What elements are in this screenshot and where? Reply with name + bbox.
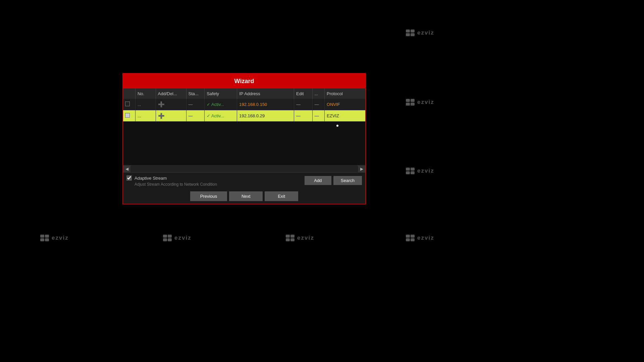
svg-rect-21 — [290, 235, 294, 238]
svg-rect-15 — [45, 238, 49, 241]
row1-no: ... — [135, 99, 156, 110]
col-header-adddel: Add/Del... — [156, 88, 186, 99]
next-button[interactable]: Next — [229, 191, 263, 201]
svg-rect-6 — [406, 103, 410, 106]
table-row[interactable]: ... ➕ — ✓ Activ... 192.168.0.29 — — EZVI… — [123, 110, 365, 122]
svg-rect-17 — [168, 235, 172, 238]
svg-rect-18 — [163, 238, 167, 241]
adaptive-stream-hint: Adjust Stream According to Network Condi… — [135, 182, 217, 187]
col-header-safety: Safety — [205, 88, 237, 99]
row1-adddel[interactable]: ➕ — [156, 99, 186, 110]
scroll-track[interactable] — [130, 166, 358, 172]
row1-checkbox-cell[interactable] — [123, 99, 135, 110]
svg-rect-7 — [411, 103, 415, 106]
wizard-titlebar: Wizard — [123, 74, 365, 88]
svg-rect-2 — [406, 33, 410, 36]
col-header-ip: IP Address — [237, 88, 294, 99]
row2-checkbox-cell[interactable] — [123, 110, 135, 122]
row2-adddel[interactable]: ➕ — [156, 110, 186, 122]
row1-safety: ✓ Activ... — [205, 99, 237, 110]
ezviz-logo-bottom-mid1: ezviz — [163, 235, 192, 241]
svg-rect-23 — [290, 238, 294, 241]
svg-rect-27 — [411, 238, 415, 241]
ezviz-logo-text: ezviz — [52, 235, 69, 241]
ezviz-logo-text: ezviz — [417, 29, 434, 36]
row1-protocol: ONVIF — [325, 99, 365, 110]
scroll-right-arrow[interactable]: ▶ — [358, 165, 365, 173]
previous-button[interactable]: Previous — [190, 191, 227, 201]
ezviz-logo-bottom-mid2: ezviz — [286, 235, 314, 241]
bottom-controls: Adaptive Stream Adjust Stream According … — [123, 173, 365, 204]
navigation-row: Previous Next Exit — [126, 191, 362, 201]
ezviz-logo-mid-right: ezviz — [406, 99, 434, 106]
row2-no: ... — [135, 110, 156, 122]
row2-status: — — [186, 110, 205, 122]
wizard-dialog: Wizard No. Add/Del... Sta... Safety IP A… — [122, 73, 366, 204]
adaptive-stream-label: Adaptive Stream — [135, 176, 167, 181]
svg-rect-5 — [411, 99, 415, 102]
col-header-protocol: Protocol — [325, 88, 365, 99]
empty-area — [123, 122, 365, 165]
row1-ip: 192.168.0.150 — [237, 99, 294, 110]
svg-rect-14 — [40, 238, 44, 241]
ezviz-logo-top-right: ezviz — [406, 29, 434, 36]
wizard-title: Wizard — [234, 78, 254, 85]
svg-rect-11 — [411, 171, 415, 174]
row2-edit[interactable]: — — [294, 110, 313, 122]
svg-rect-3 — [411, 33, 415, 36]
table-row[interactable]: ... ➕ — ✓ Activ... 192.168.0.150 — — ONV… — [123, 99, 365, 110]
ezviz-logo-text: ezviz — [417, 99, 434, 106]
ezviz-logo-bottom-left: ezviz — [40, 235, 69, 241]
row1-extra: — — [312, 99, 324, 110]
row1-edit[interactable]: — — [294, 99, 313, 110]
col-header-edit: Edit — [294, 88, 313, 99]
svg-rect-26 — [406, 238, 410, 241]
row2-safety: ✓ Activ... — [205, 110, 237, 122]
ezviz-logo-text: ezviz — [297, 235, 314, 241]
col-header-no: No. — [135, 88, 156, 99]
svg-rect-19 — [168, 238, 172, 241]
col-header-status: Sta... — [186, 88, 205, 99]
table-header-row: No. Add/Del... Sta... Safety IP Address … — [123, 88, 365, 99]
col-header-extra: ... — [312, 88, 324, 99]
row2-add-icon[interactable]: ➕ — [158, 113, 165, 119]
svg-rect-25 — [411, 235, 415, 238]
svg-rect-8 — [406, 168, 410, 171]
ezviz-logo-text: ezviz — [417, 235, 434, 241]
svg-rect-22 — [286, 238, 290, 241]
row2-ip: 192.168.0.29 — [237, 110, 294, 122]
ezviz-logo-text: ezviz — [417, 168, 434, 174]
search-button[interactable]: Search — [333, 176, 362, 185]
row2-extra: — — [312, 110, 324, 122]
device-table: No. Add/Del... Sta... Safety IP Address … — [123, 88, 365, 122]
svg-rect-24 — [406, 235, 410, 238]
scroll-left-arrow[interactable]: ◀ — [123, 165, 130, 173]
adaptive-stream-row: Adaptive Stream — [126, 175, 217, 181]
row1-add-icon[interactable]: ➕ — [158, 102, 165, 107]
adaptive-stream-checkbox[interactable] — [126, 175, 132, 181]
add-button[interactable]: Add — [305, 176, 331, 185]
row1-status: — — [186, 99, 205, 110]
ezviz-logo-bottom-right: ezviz — [406, 235, 434, 241]
ezviz-logo-mid-right2: ezviz — [406, 168, 434, 174]
svg-rect-20 — [286, 235, 290, 238]
svg-rect-1 — [411, 29, 415, 33]
row2-checkbox[interactable] — [125, 113, 130, 118]
svg-rect-13 — [45, 235, 49, 238]
horizontal-scrollbar[interactable]: ◀ ▶ — [123, 165, 365, 173]
ezviz-logo-text: ezviz — [174, 235, 192, 241]
svg-rect-4 — [406, 99, 410, 102]
svg-rect-16 — [163, 235, 167, 238]
svg-rect-0 — [406, 29, 410, 33]
svg-rect-10 — [406, 171, 410, 174]
exit-button[interactable]: Exit — [265, 191, 298, 201]
row2-protocol: EZVIZ — [325, 110, 365, 122]
row1-checkbox[interactable] — [125, 102, 130, 106]
svg-rect-9 — [411, 168, 415, 171]
svg-rect-12 — [40, 235, 44, 238]
col-header-checkbox — [123, 88, 135, 99]
